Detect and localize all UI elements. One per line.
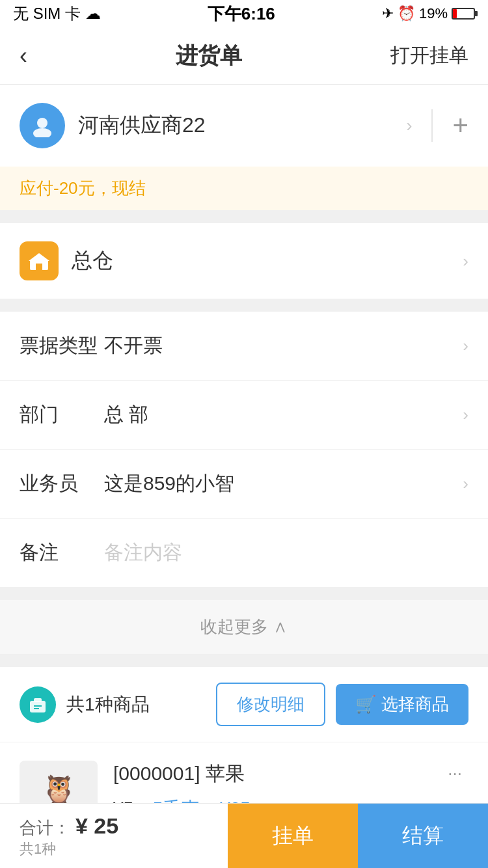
product-name: [0000001] 苹果: [113, 761, 441, 787]
supplier-divider: [431, 109, 433, 142]
battery-icon: [452, 8, 475, 20]
product-thumb-icon: 🦉: [41, 773, 77, 807]
main-content: 河南供应商22 › + 应付-20元，现结 总仓 › 票据类型 不开票 › 部门…: [0, 85, 488, 868]
back-button[interactable]: ‹: [20, 42, 27, 70]
warehouse-row[interactable]: 总仓 ›: [0, 223, 488, 299]
total-label: 合计：: [20, 817, 70, 839]
svg-point-1: [33, 128, 51, 137]
product-title: 苹果: [206, 763, 245, 784]
location-icon: ✈: [382, 5, 394, 22]
notice-bar: 应付-20元，现结: [0, 167, 488, 210]
invoice-chevron-icon: ›: [463, 336, 468, 356]
status-left: 无 SIM 卡 ☁: [13, 3, 101, 24]
modify-detail-button[interactable]: 修改明细: [216, 683, 325, 726]
open-suspend-button[interactable]: 打开挂单: [390, 42, 468, 69]
checkout-button[interactable]: 结算: [358, 804, 488, 868]
remark-label: 备注: [20, 539, 104, 566]
invoice-row[interactable]: 票据类型 不开票 ›: [0, 312, 488, 381]
sales-row[interactable]: 业务员 这是859的小智 ›: [0, 450, 488, 519]
remark-row[interactable]: 备注 备注内容: [0, 519, 488, 587]
nav-bar: ‹ 进货单 打开挂单: [0, 27, 488, 85]
product-header: 共1种商品 修改明细 🛒 选择商品: [0, 667, 488, 742]
department-label: 部门: [20, 401, 104, 428]
sales-label: 业务员: [20, 470, 104, 497]
form-card: 票据类型 不开票 › 部门 总 部 › 业务员 这是859的小智 › 备注 备注…: [0, 312, 488, 587]
bottom-bar: 合计： ¥ 25 共1种 挂单 结算: [0, 803, 488, 868]
suspend-button[interactable]: 挂单: [228, 804, 358, 868]
supplier-name: 河南供应商22: [78, 111, 406, 140]
select-product-button[interactable]: 🛒 选择商品: [336, 684, 468, 725]
total-section: 合计： ¥ 25 共1种: [0, 804, 228, 868]
status-right: ✈ ⏰ 19%: [382, 5, 475, 22]
department-value: 总 部: [104, 401, 463, 428]
collapse-bar[interactable]: 收起更多 ∧: [0, 600, 488, 654]
svg-rect-6: [34, 698, 42, 702]
page-title: 进货单: [176, 41, 242, 71]
warehouse-chevron-icon: ›: [463, 251, 468, 271]
svg-marker-3: [29, 253, 49, 261]
invoice-value: 不开票: [104, 332, 463, 359]
status-bar: 无 SIM 卡 ☁ 下午6:16 ✈ ⏰ 19%: [0, 0, 488, 27]
sales-value: 这是859的小智: [104, 470, 463, 497]
warehouse-name: 总仓: [72, 247, 463, 275]
supplier-avatar: [20, 103, 65, 148]
product-count-label: 共1种: [20, 839, 228, 859]
product-code: [0000001]: [113, 763, 200, 784]
department-chevron-icon: ›: [463, 405, 468, 425]
cart-icon: 🛒: [355, 694, 376, 714]
invoice-label: 票据类型: [20, 332, 104, 359]
svg-rect-4: [36, 264, 42, 270]
department-row[interactable]: 部门 总 部 ›: [0, 381, 488, 450]
product-count: 共1种商品: [66, 692, 216, 717]
total-amount: ¥ 25: [75, 813, 118, 839]
sales-chevron-icon: ›: [463, 474, 468, 494]
sim-status: 无 SIM 卡 ☁: [13, 3, 101, 24]
supplier-section: 河南供应商22 › +: [0, 85, 488, 167]
status-time: 下午6:16: [208, 3, 275, 25]
supplier-chevron-icon: ›: [406, 115, 412, 136]
select-product-label: 选择商品: [381, 693, 449, 716]
product-more-button[interactable]: ···: [441, 761, 468, 786]
warehouse-icon: [20, 241, 59, 280]
product-icon: [20, 686, 56, 723]
add-button[interactable]: +: [452, 112, 468, 139]
remark-input[interactable]: 备注内容: [104, 539, 468, 566]
battery-status: 19%: [419, 5, 448, 22]
alarm-icon: ⏰: [398, 5, 415, 22]
supplier-row[interactable]: 河南供应商22 › +: [0, 85, 488, 167]
svg-point-0: [37, 118, 47, 128]
